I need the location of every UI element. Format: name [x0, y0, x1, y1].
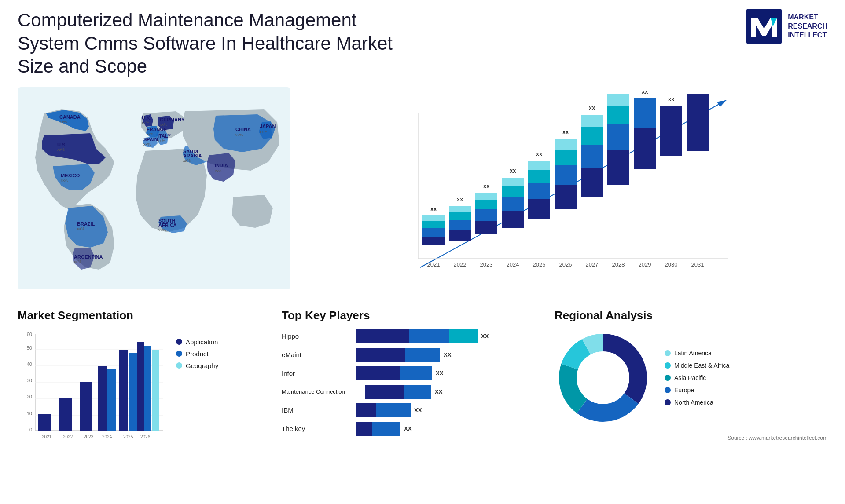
svg-rect-67 [528, 161, 550, 170]
ibm-seg1 [356, 403, 376, 417]
svg-text:2025: 2025 [123, 435, 133, 439]
svg-rect-127 [152, 350, 159, 431]
svg-rect-125 [137, 342, 144, 431]
svg-rect-70 [555, 185, 577, 209]
europe-label: Europe [674, 387, 694, 394]
svg-text:xx%: xx% [183, 158, 191, 163]
svg-text:CHINA: CHINA [235, 127, 251, 132]
mc-xx: XX [435, 388, 442, 395]
key-players-title: Top Key Players [282, 309, 537, 322]
header: Computerized Maintenance Management Syst… [18, 9, 827, 78]
infor-xx: XX [436, 370, 443, 376]
emaint-xx: XX [444, 351, 451, 358]
svg-rect-46 [449, 230, 471, 241]
north-america-label: North America [674, 399, 713, 406]
svg-text:XX: XX [589, 106, 595, 111]
legend-asia-pacific: Asia Pacific [665, 374, 729, 381]
hippo-xx: XX [481, 333, 489, 340]
svg-text:20: 20 [27, 394, 32, 399]
emaint-seg1 [356, 348, 405, 362]
svg-rect-78 [581, 127, 603, 145]
legend-latin-america: Latin America [665, 350, 729, 357]
svg-text:XX: XX [668, 97, 675, 102]
logo-area: MARKET RESEARCH INTELLECT [746, 9, 827, 44]
player-name-mc: Maintenance Connection [282, 388, 361, 395]
svg-text:2024: 2024 [507, 261, 519, 268]
product-dot [176, 351, 182, 357]
svg-rect-71 [555, 165, 577, 185]
svg-text:ARABIA: ARABIA [183, 153, 202, 158]
geography-dot [176, 362, 182, 369]
svg-text:xx%: xx% [215, 169, 222, 173]
product-label: Product [186, 350, 209, 358]
donut-area: Latin America Middle East & Africa Asia … [555, 329, 729, 426]
svg-rect-58 [502, 211, 524, 228]
svg-rect-95 [687, 94, 709, 151]
player-row-infor: Infor XX [282, 366, 537, 380]
legend-europe: Europe [665, 387, 729, 394]
svg-text:GERMANY: GERMANY [160, 117, 185, 122]
svg-text:ITALY: ITALY [158, 133, 171, 139]
svg-text:xx%: xx% [235, 133, 243, 137]
player-name-infor: Infor [282, 369, 352, 377]
ibm-seg2 [376, 403, 411, 417]
svg-rect-54 [475, 200, 497, 209]
svg-rect-117 [80, 382, 92, 431]
player-bar-hippo: XX [356, 329, 537, 343]
svg-rect-65 [528, 183, 550, 199]
seg-legend: Application Product Geography [176, 338, 218, 369]
svg-rect-60 [502, 186, 524, 197]
source-line: Source : www.marketresearchintellect.com [555, 435, 827, 441]
svg-rect-79 [581, 115, 603, 127]
bar-chart-svg: XX 2021 XX 2022 XX [304, 91, 827, 294]
svg-rect-55 [475, 193, 497, 200]
svg-rect-41 [422, 228, 445, 237]
svg-text:INDIA: INDIA [215, 163, 228, 168]
seg-chart-svg: 0 10 20 30 40 50 60 [18, 329, 167, 453]
svg-text:JAPAN: JAPAN [260, 124, 276, 129]
asia-pacific-dot [665, 375, 671, 381]
svg-text:2021: 2021 [42, 435, 52, 439]
svg-rect-92 [660, 106, 682, 156]
player-bar-stack-thekey [356, 422, 400, 436]
svg-text:2025: 2025 [533, 261, 546, 268]
player-name-thekey: The key [282, 425, 352, 432]
player-bar-stack-emaint [356, 348, 440, 362]
player-bar-emaint: XX [356, 348, 537, 362]
regional-section: Regional Analysis [555, 309, 827, 441]
latin-america-label: Latin America [674, 350, 712, 357]
svg-rect-73 [555, 139, 577, 150]
svg-text:60: 60 [27, 332, 32, 337]
middle-east-africa-label: Middle East & Africa [674, 362, 729, 369]
player-bar-ibm: XX [356, 403, 537, 417]
svg-rect-43 [422, 215, 445, 221]
svg-text:2026: 2026 [559, 261, 572, 268]
svg-rect-66 [528, 170, 550, 183]
svg-text:0: 0 [29, 427, 32, 432]
svg-text:XX: XX [536, 152, 543, 157]
emaint-seg2 [405, 348, 440, 362]
svg-rect-53 [475, 209, 497, 221]
world-map-svg: CANADA xx% U.S. xx% MEXICO xx% BRAZIL xx… [18, 87, 290, 289]
svg-text:xx%: xx% [160, 122, 167, 127]
infor-seg2 [400, 366, 432, 380]
svg-text:50: 50 [27, 345, 32, 351]
svg-text:2026: 2026 [140, 435, 151, 439]
bar-chart-section: XX 2021 XX 2022 XX [304, 87, 827, 300]
player-name-emaint: eMaint [282, 351, 352, 358]
player-bar-stack-ibm [356, 403, 411, 417]
svg-text:30: 30 [27, 378, 32, 383]
svg-rect-119 [98, 366, 107, 431]
svg-text:MEXICO: MEXICO [61, 173, 80, 178]
svg-rect-83 [607, 124, 629, 150]
svg-text:2023: 2023 [84, 435, 94, 439]
player-row-thekey: The key XX [282, 422, 537, 436]
svg-rect-48 [449, 212, 471, 220]
hippo-seg3 [449, 329, 478, 343]
svg-text:2027: 2027 [586, 261, 599, 268]
svg-text:2029: 2029 [639, 261, 651, 268]
svg-text:CANADA: CANADA [59, 114, 81, 120]
svg-text:XX: XX [510, 168, 516, 174]
middle-east-africa-dot [665, 362, 671, 369]
svg-rect-89 [634, 98, 656, 128]
